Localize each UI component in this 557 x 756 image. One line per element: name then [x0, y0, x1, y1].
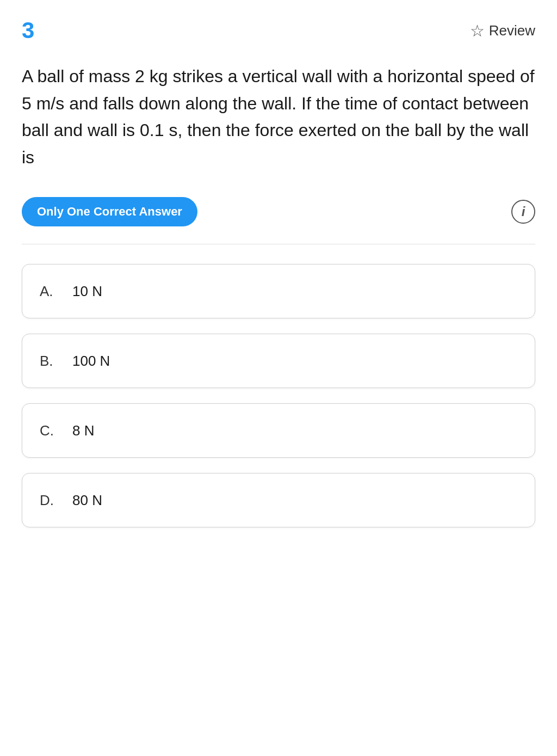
star-icon: ☆: [470, 21, 485, 40]
page-header: 3 ☆ Review: [22, 17, 535, 44]
question-number: 3: [22, 17, 34, 44]
options-list: A. 10 N B. 100 N C. 8 N D. 80 N: [22, 264, 535, 527]
option-a[interactable]: A. 10 N: [22, 264, 535, 318]
review-button[interactable]: ☆ Review: [470, 21, 535, 40]
option-c-letter: C.: [40, 422, 72, 439]
option-a-value: 10 N: [72, 283, 102, 300]
option-d-letter: D.: [40, 492, 72, 509]
option-d[interactable]: D. 80 N: [22, 473, 535, 527]
answer-type-badge: Only One Correct Answer: [22, 197, 197, 226]
option-b-letter: B.: [40, 353, 72, 370]
option-c-value: 8 N: [72, 422, 94, 439]
badge-row: Only One Correct Answer i: [22, 197, 535, 226]
option-d-value: 80 N: [72, 492, 102, 509]
info-icon[interactable]: i: [511, 200, 535, 224]
question-text: A ball of mass 2 kg strikes a vertical w…: [22, 63, 535, 171]
section-divider: [22, 244, 535, 244]
option-b-value: 100 N: [72, 353, 110, 370]
review-label: Review: [489, 22, 535, 39]
option-a-letter: A.: [40, 283, 72, 300]
option-c[interactable]: C. 8 N: [22, 403, 535, 458]
option-b[interactable]: B. 100 N: [22, 334, 535, 388]
